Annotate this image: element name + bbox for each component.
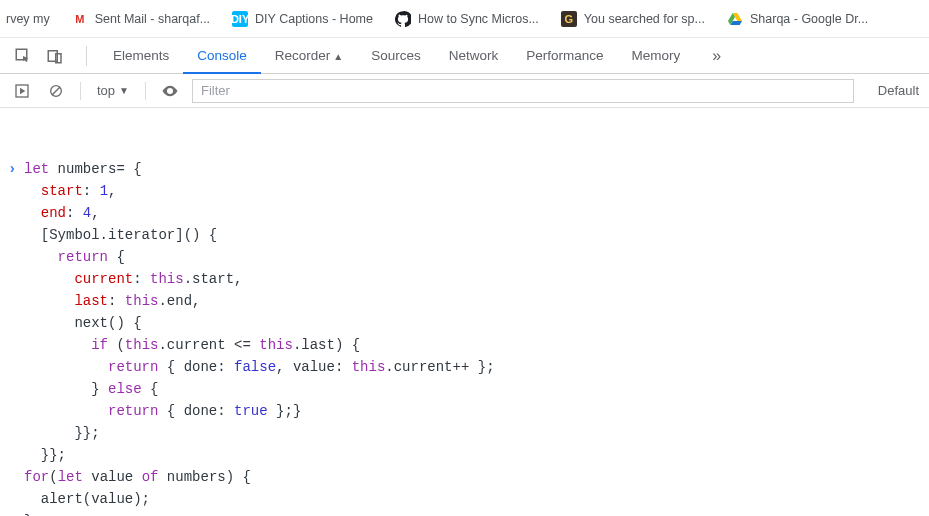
bookmark-label: How to Sync Micros... [418, 12, 539, 26]
separator [145, 82, 146, 100]
bookmark-drive[interactable]: Sharqa - Google Dr... [727, 11, 868, 27]
prompt-caret-icon: › [8, 158, 24, 180]
console-toolbar: top ▼ Default [0, 74, 929, 108]
bookmark-diy[interactable]: DIY DIY Captions - Home [232, 11, 373, 27]
filter-input[interactable] [192, 79, 854, 103]
live-expression-icon[interactable] [158, 79, 182, 103]
context-label: top [97, 83, 115, 98]
github-icon [395, 11, 411, 27]
letter-g-icon: G [561, 11, 577, 27]
play-icon[interactable] [10, 79, 34, 103]
more-tabs-icon[interactable]: » [712, 47, 721, 65]
inspect-element-icon[interactable] [10, 43, 36, 69]
devtools-tabs: Elements Console Recorder▲ Sources Netwo… [0, 38, 929, 74]
bookmark-cutoff: rvey my [6, 12, 50, 26]
bookmark-search[interactable]: G You searched for sp... [561, 11, 705, 27]
console-output: › let numbers= { start: 1, end: 4, [Symb… [0, 108, 929, 516]
context-selector[interactable]: top ▼ [93, 83, 133, 98]
separator [86, 46, 87, 66]
tab-network[interactable]: Network [435, 38, 513, 74]
bookmark-label: DIY Captions - Home [255, 12, 373, 26]
bookmark-label: Sent Mail - sharqaf... [95, 12, 210, 26]
tab-recorder[interactable]: Recorder▲ [261, 38, 357, 74]
tab-performance[interactable]: Performance [512, 38, 617, 74]
tab-console[interactable]: Console [183, 38, 261, 74]
code-block[interactable]: let numbers= { start: 1, end: 4, [Symbol… [24, 158, 495, 516]
experiment-badge-icon: ▲ [333, 51, 343, 62]
toggle-device-icon[interactable] [42, 43, 68, 69]
bookmark-label: You searched for sp... [584, 12, 705, 26]
diy-icon: DIY [232, 11, 248, 27]
clear-console-icon[interactable] [44, 79, 68, 103]
log-levels-selector[interactable]: Default [864, 83, 919, 98]
tab-memory[interactable]: Memory [618, 38, 695, 74]
bookmark-gmail[interactable]: M Sent Mail - sharqaf... [72, 11, 210, 27]
separator [80, 82, 81, 100]
bookmarks-bar: rvey my M Sent Mail - sharqaf... DIY DIY… [0, 0, 929, 38]
bookmark-label: Sharqa - Google Dr... [750, 12, 868, 26]
google-drive-icon [727, 11, 743, 27]
tab-elements[interactable]: Elements [99, 38, 183, 74]
svg-line-5 [52, 87, 60, 95]
tab-sources[interactable]: Sources [357, 38, 435, 74]
gmail-icon: M [72, 11, 88, 27]
bookmark-github[interactable]: How to Sync Micros... [395, 11, 539, 27]
svg-point-6 [168, 89, 171, 92]
chevron-down-icon: ▼ [119, 85, 129, 96]
